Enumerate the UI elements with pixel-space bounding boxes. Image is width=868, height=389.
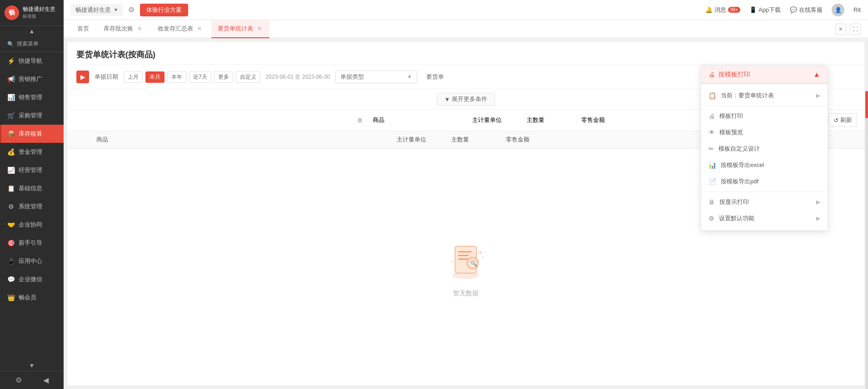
sidebar-item-vip[interactable]: 👑 畅会员 — [0, 288, 64, 307]
date-buttons: 上月 本月 本年 近7天 更多 自定义 — [124, 71, 260, 83]
template-design-label: 模板自定义设计 — [718, 145, 760, 153]
dropdown-item-left: 📋 当前：要货单统计表 — [708, 91, 774, 100]
tab-receipt-summary-close[interactable]: ✕ — [196, 25, 203, 32]
template-preview-label: 模板预览 — [719, 128, 743, 136]
close-all-tabs-btn[interactable]: ✕ — [835, 24, 846, 35]
sidebar-item-label: 应用中心 — [19, 257, 42, 265]
messages-badge: 99+ — [728, 7, 740, 13]
sidebar-item-newbie[interactable]: 🎯 新手引导 — [0, 234, 64, 252]
header-app-dropdown[interactable]: 畅捷通好生意 ▼ — [71, 4, 123, 16]
table-col-quantity: 主数量 — [523, 116, 578, 124]
dropdown-item-template-preview[interactable]: 👁 模板预览 — [701, 124, 828, 141]
tab-batch-accounts-close[interactable]: ✕ — [136, 25, 143, 32]
tabs-actions: ✕ ⛶ — [835, 24, 861, 35]
sidebar-item-collab[interactable]: 🤝 企业协同 — [0, 216, 64, 234]
dropdown-item-current-template[interactable]: 📋 当前：要货单统计表 ▶ — [701, 87, 828, 104]
type-select-arrow: ▼ — [407, 74, 412, 80]
sidebar-item-apps[interactable]: 📱 应用中心 — [0, 252, 64, 270]
date-btn-custom[interactable]: 自定义 — [236, 71, 260, 83]
sidebar-item-label: 企业微信 — [19, 275, 42, 283]
purchase-icon: 🛒 — [7, 111, 15, 120]
online-service-label: 在线客服 — [799, 6, 823, 14]
app-download-btn[interactable]: 📱 App下载 — [749, 6, 781, 14]
sidebar-item-purchase[interactable]: 🛒 采购管理 — [0, 106, 64, 125]
sidebar-item-inventory[interactable]: 📦 库存核算 — [0, 125, 64, 143]
sidebar-item-finance[interactable]: 💰 资金管理 — [0, 143, 64, 161]
current-template-arrow: ▶ — [816, 92, 820, 99]
current-template-icon: 📋 — [708, 92, 716, 99]
messages-btn[interactable]: 🔔 消息 99+ — [705, 6, 740, 14]
sidebar-item-label: 畅会员 — [19, 293, 36, 302]
table-col-amount: 零售金额 — [578, 116, 632, 124]
search-menu[interactable]: 🔍 搜索菜单 — [0, 36, 64, 52]
sidebar-item-basic[interactable]: 📋 基础信息 — [0, 179, 64, 197]
export-pdf-icon: 📄 — [708, 178, 716, 185]
sidebar-item-label: 新手引导 — [19, 239, 42, 247]
sales-icon: 📊 — [7, 93, 15, 101]
dropdown-divider-1 — [701, 106, 828, 106]
search-menu-label: 搜索菜单 — [17, 40, 39, 48]
tab-home[interactable]: 首页 — [71, 20, 95, 38]
collapse-sidebar-btn[interactable]: ◀ — [43, 376, 49, 384]
download-icon: 📱 — [749, 6, 757, 13]
tab-order-stats[interactable]: 要货单统计表 ✕ — [211, 20, 269, 38]
sidebar-item-operation[interactable]: 📈 经营管理 — [0, 161, 64, 179]
date-btn-last-7days[interactable]: 近7天 — [189, 71, 211, 83]
dropdown-item-template-design[interactable]: ✏ 模板自定义设计 — [701, 141, 828, 157]
template-preview-icon: 👁 — [708, 129, 715, 136]
trial-btn[interactable]: 体验行业方案 — [140, 4, 188, 16]
dropdown-item-export-excel[interactable]: 📊 按模板导出excel — [701, 157, 828, 173]
dropdown-item-export-pdf[interactable]: 📄 按模板导出pdf — [701, 173, 828, 190]
svg-rect-4 — [458, 255, 469, 256]
sidebar-item-system[interactable]: ⚙ 系统管理 — [0, 197, 64, 216]
date-btn-prev-month[interactable]: 上月 — [124, 71, 143, 83]
sidebar-item-marketing[interactable]: 📢 营销推广 — [0, 70, 64, 88]
page-title: 要货单统计表(按商品) — [76, 49, 855, 60]
scroll-down-btn[interactable]: ▼ — [0, 360, 64, 371]
expand-tabs-btn[interactable]: ⛶ — [850, 24, 861, 35]
sidebar-item-wechat[interactable]: 💬 企业微信 — [0, 270, 64, 288]
sidebar-item-label: 基础信息 — [19, 184, 42, 192]
right-scrollbar[interactable] — [865, 91, 868, 389]
dropdown-item-left: ✏ 模板自定义设计 — [708, 145, 760, 153]
sidebar-nav: ⚡ 快捷导航 📢 营销推广 📊 销售管理 🛒 采购管理 📦 库存核算 💰 资金管… — [0, 52, 64, 360]
svg-point-10 — [482, 256, 484, 258]
date-btn-more[interactable]: 更多 — [214, 71, 233, 83]
refresh-btn[interactable]: ↺ 刷新 — [828, 113, 857, 127]
scroll-up-btn[interactable]: ▲ — [0, 26, 64, 36]
date-btn-this-year[interactable]: 本年 — [167, 71, 186, 83]
sidebar-item-sales[interactable]: 📊 销售管理 — [0, 88, 64, 106]
dropdown-item-template-print[interactable]: 🖨 模板打印 — [701, 108, 828, 124]
dropdown-item-display-print[interactable]: 🖥 按显示打印 ▶ — [701, 194, 828, 210]
sidebar-item-label: 销售管理 — [19, 93, 42, 101]
date-btn-this-month[interactable]: 本月 — [145, 71, 165, 83]
print-dropdown-close-btn[interactable]: ▲ — [813, 71, 820, 79]
table-settings-icon[interactable]: ⚙ — [357, 117, 363, 124]
display-print-label: 按显示打印 — [719, 198, 749, 206]
tab-batch-accounts[interactable]: 库存批次账 ✕ — [97, 20, 150, 38]
user-avatar[interactable]: 👤 — [832, 4, 844, 16]
expand-more-btn[interactable]: ▼ 展开更多条件 — [437, 93, 495, 106]
dropdown-item-left: ⚙ 设置默认功能 — [708, 214, 754, 222]
basic-icon: 📋 — [7, 184, 15, 192]
header-dropdown-arrow: ▼ — [114, 7, 118, 12]
sidebar-item-label: 营销推广 — [19, 75, 42, 83]
header-gear-icon[interactable]: ⚙ — [128, 5, 135, 14]
dropdown-item-left: 🖥 按显示打印 — [708, 198, 749, 206]
print-dropdown-header: 🖨 按模板打印 ▲ — [701, 66, 828, 84]
table-header-retail: 零售金额 — [502, 131, 557, 148]
app-logo-icon: 畅 — [5, 5, 19, 20]
dropdown-item-set-default[interactable]: ⚙ 设置默认功能 ▶ — [701, 210, 828, 227]
settings-footer-btn[interactable]: ⚙ — [15, 376, 22, 384]
tab-receipt-summary[interactable]: 收发存汇总表 ✕ — [151, 20, 210, 38]
app-name: 畅捷通好生意 — [23, 6, 55, 13]
filter-expand-btn[interactable]: ▶ — [76, 71, 89, 83]
sidebar-footer: ⚙ ◀ — [0, 371, 64, 389]
quick-nav-icon: ⚡ — [7, 57, 15, 65]
online-service-btn[interactable]: 💬 在线客服 — [790, 6, 823, 14]
operation-icon: 📈 — [7, 166, 15, 174]
tab-order-stats-close[interactable]: ✕ — [256, 25, 263, 32]
type-select[interactable]: 单据类型 ▼ — [335, 71, 417, 83]
print-title-icon: 🖨 — [708, 71, 715, 78]
sidebar-item-quick-nav[interactable]: ⚡ 快捷导航 — [0, 52, 64, 70]
